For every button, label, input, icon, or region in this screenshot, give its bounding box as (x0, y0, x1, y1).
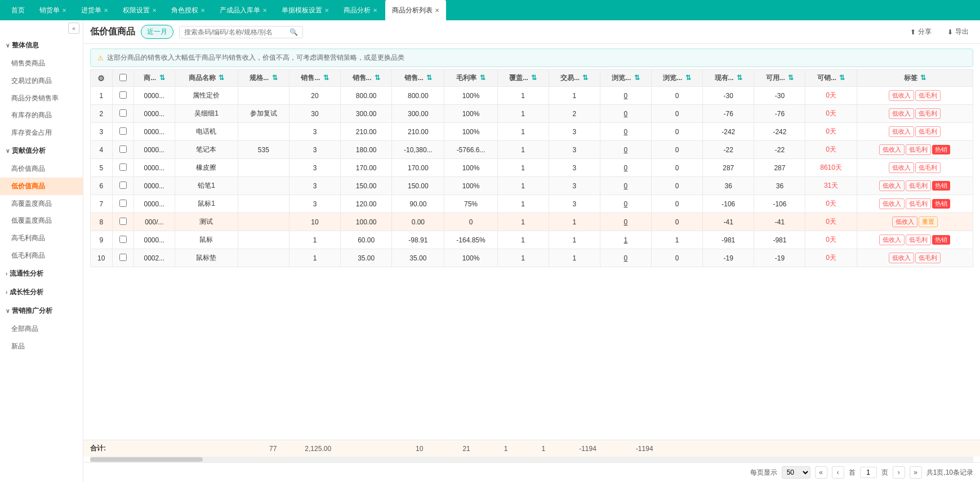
next-page-button[interactable]: › (893, 466, 905, 479)
row-checkbox[interactable] (119, 254, 127, 261)
col-name[interactable]: 商品名称 ⇅ (175, 70, 238, 87)
col-sales-amount[interactable]: 销售... ⇅ (341, 70, 392, 87)
view1-link[interactable]: 0 (624, 254, 628, 262)
sidebar-item-all-products[interactable]: 全部商品 (0, 320, 83, 338)
tag: 低毛利 (915, 90, 941, 101)
sidebar-item-high-margin[interactable]: 高毛利商品 (0, 229, 83, 247)
view1-link[interactable]: 0 (624, 92, 628, 100)
row-checkbox[interactable] (119, 200, 127, 207)
col-gross-margin[interactable]: 毛利率 ⇅ (444, 70, 497, 87)
sidebar-item-new-products[interactable]: 新品 (0, 338, 83, 355)
row-tags: 低收入低毛利 (857, 249, 973, 267)
col-view2[interactable]: 浏览... ⇅ (652, 70, 703, 87)
col-saleable[interactable]: 可销... ⇅ (805, 70, 857, 87)
nav-item-home[interactable]: 首页 (5, 0, 32, 20)
sidebar-item-traded-products[interactable]: 交易过的商品 (0, 72, 83, 90)
nav-item-roles[interactable]: 角色授权 ✕ (164, 0, 212, 20)
row-spec (238, 159, 289, 177)
close-icon[interactable]: ✕ (104, 7, 108, 14)
filter-button[interactable]: 近一月 (141, 25, 173, 39)
close-icon[interactable]: ✕ (373, 7, 377, 14)
view1-link[interactable]: 1 (624, 236, 628, 244)
nav-item-analysis[interactable]: 商品分析 ✕ (337, 0, 384, 20)
sidebar-collapse-button[interactable]: « (68, 23, 79, 34)
nav-item-analysis-list[interactable]: 商品分析列表 ✕ (385, 0, 446, 20)
col-sales-profit[interactable]: 销售... ⇅ (392, 70, 444, 87)
col-tags[interactable]: 标签 ⇅ (857, 70, 973, 87)
horizontal-scrollbar[interactable] (90, 457, 973, 462)
close-icon[interactable]: ✕ (435, 7, 439, 14)
nav-item-sales[interactable]: 销货单 ✕ (33, 0, 73, 20)
col-spec[interactable]: 规格... ⇅ (238, 70, 289, 87)
row-available: 287 (754, 159, 805, 177)
view1-link[interactable]: 0 (624, 110, 628, 118)
sidebar-item-stock-capital[interactable]: 库存资金占用 (0, 124, 83, 141)
settings-icon[interactable]: ⚙ (97, 74, 105, 83)
close-icon[interactable]: ✕ (262, 7, 267, 14)
close-icon[interactable]: ✕ (152, 7, 157, 14)
close-icon[interactable]: ✕ (62, 7, 66, 14)
sidebar-group-overall-title[interactable]: ∨ 整体信息 (0, 36, 83, 55)
view1-link[interactable]: 0 (624, 218, 628, 226)
sidebar-group-growth-title[interactable]: › 成长性分析 (0, 283, 83, 302)
row-checkbox[interactable] (119, 127, 127, 135)
row-checkbox[interactable] (119, 218, 127, 225)
row-checkbox[interactable] (119, 182, 127, 189)
sidebar-item-high-value[interactable]: 高价值商品 (0, 160, 83, 178)
sidebar-item-low-coverage[interactable]: 低覆盖度商品 (0, 212, 83, 229)
last-page-button[interactable]: » (910, 466, 922, 479)
col-view1[interactable]: 浏览... ⇅ (600, 70, 651, 87)
page-input[interactable] (860, 467, 877, 478)
nav-item-templates[interactable]: 单据模板设置 ✕ (275, 0, 336, 20)
first-page-button[interactable]: « (815, 466, 827, 479)
col-settings[interactable]: ⚙ (91, 70, 113, 87)
row-checkbox[interactable] (119, 109, 127, 117)
row-checkbox[interactable] (119, 163, 127, 171)
row-trade: 3 (549, 123, 600, 141)
tag: 低收入 (889, 108, 914, 119)
col-checkbox[interactable] (112, 70, 133, 87)
nav-item-warehouse[interactable]: 产成品入库单 ✕ (213, 0, 274, 20)
col-coverage[interactable]: 覆盖... ⇅ (497, 70, 549, 87)
sidebar-group-marketing-title[interactable]: ∨ 营销推广分析 (0, 302, 83, 320)
close-icon[interactable]: ✕ (201, 7, 205, 14)
row-checkbox[interactable] (119, 91, 127, 99)
col-current-stock[interactable]: 现有... ⇅ (703, 70, 754, 87)
row-sales-qty: 1 (289, 249, 340, 267)
sidebar-item-sales-products[interactable]: 销售类商品 (0, 55, 83, 72)
row-sales-qty: 3 (289, 159, 340, 177)
sidebar-item-low-value[interactable]: 低价值商品 (0, 178, 83, 195)
prev-page-button[interactable]: ‹ (832, 466, 844, 479)
col-trade[interactable]: 交易... ⇅ (549, 70, 600, 87)
export-button[interactable]: ⬇ 导出 (943, 25, 973, 39)
sidebar-item-low-margin[interactable]: 低毛利商品 (0, 247, 83, 264)
view1-link[interactable]: 0 (624, 146, 628, 154)
sidebar-item-high-coverage[interactable]: 高覆盖度商品 (0, 195, 83, 213)
sidebar-group-circulation-title[interactable]: › 流通性分析 (0, 264, 83, 283)
col-sales-qty[interactable]: 销售... ⇅ (289, 70, 340, 87)
view1-link[interactable]: 0 (624, 128, 628, 136)
row-sales-profit: 90.00 (392, 195, 444, 213)
view1-link[interactable]: 0 (624, 164, 628, 172)
col-code[interactable]: 商... ⇅ (133, 70, 175, 87)
search-icon[interactable]: 🔍 (289, 28, 298, 36)
view1-link[interactable]: 0 (624, 200, 628, 208)
view1-link[interactable]: 0 (624, 182, 628, 190)
row-available: -22 (754, 141, 805, 159)
row-saleable-days: 8610天 (805, 159, 857, 177)
select-all-checkbox[interactable] (119, 74, 127, 81)
close-icon[interactable]: ✕ (324, 7, 329, 14)
row-code: 0000... (133, 177, 175, 195)
col-available[interactable]: 可用... ⇅ (754, 70, 805, 87)
row-checkbox[interactable] (119, 236, 127, 243)
share-button[interactable]: ⬆ 分享 (906, 25, 936, 39)
sidebar-group-contribution-title[interactable]: ∨ 贡献值分析 (0, 141, 83, 160)
page-size-select[interactable]: 50 100 200 (782, 466, 810, 479)
table-row: 90000...鼠标160.00-98.91-164.85%1111-981-9… (91, 231, 973, 249)
nav-item-permissions[interactable]: 权限设置 ✕ (116, 0, 163, 20)
row-checkbox[interactable] (119, 145, 127, 153)
sidebar-item-in-stock[interactable]: 有库存的商品 (0, 107, 83, 124)
sidebar-item-category-rate[interactable]: 商品分类销售率 (0, 90, 83, 107)
nav-item-purchase[interactable]: 进货单 ✕ (74, 0, 115, 20)
search-input[interactable] (184, 28, 287, 36)
